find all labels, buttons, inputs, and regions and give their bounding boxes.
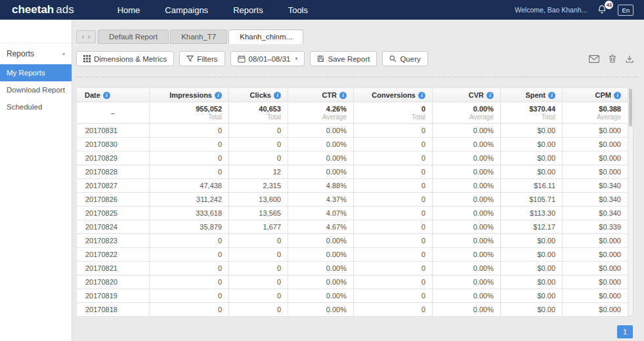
table-scrollbar-thumb[interactable] (629, 89, 632, 127)
totals-sublabel: Total (229, 113, 281, 121)
info-icon[interactable]: i (215, 92, 222, 99)
tab-scroll-right-icon[interactable]: › (88, 32, 91, 41)
sidebar-item-download-report[interactable]: Download Report (0, 81, 72, 98)
table-cell: 333,618 (150, 207, 229, 220)
column-header-impressions[interactable]: Impressionsi (150, 88, 229, 102)
toolbar-divider (76, 77, 637, 77)
save-icon (317, 55, 324, 62)
table-cell: 20170830 (77, 138, 150, 151)
chevron-down-icon: ▾ (295, 56, 297, 62)
table-cell: 0 (150, 234, 229, 248)
tab-scroll-arrows[interactable]: ‹ › (76, 30, 96, 43)
info-icon[interactable]: i (548, 92, 555, 99)
table-cell: 0.00% (288, 248, 354, 262)
info-icon[interactable]: i (418, 92, 425, 99)
column-header-cpm[interactable]: CPMi (563, 88, 628, 102)
table-row: 20170818000.00%00.00%$0.00$0.000 (77, 303, 628, 317)
language-button[interactable]: En (618, 5, 633, 16)
table-cell: $0.340 (563, 193, 628, 207)
info-icon[interactable]: i (614, 92, 621, 99)
table-row: 20170831000.00%00.00%$0.00$0.000 (77, 124, 628, 138)
report-table-wrap: DateiImpressionsiClicksiCTRiConversionsi… (76, 87, 628, 317)
table-cell: $0.000 (563, 234, 628, 248)
column-header-cvr[interactable]: CVRi (433, 88, 501, 102)
totals-sublabel: Average (563, 113, 621, 121)
table-cell: 20170825 (77, 207, 150, 220)
table-cell: $0.00 (501, 248, 563, 262)
info-icon[interactable]: i (486, 92, 494, 99)
filter-icon (186, 55, 194, 62)
brand-logo[interactable]: cheetahads (12, 3, 74, 16)
column-header-clicks[interactable]: Clicksi (229, 88, 288, 102)
table-cell: 4.07% (288, 207, 354, 220)
table-cell: 0.00% (433, 165, 501, 179)
sidebar-section-reports[interactable]: Reports ▾ (0, 43, 72, 64)
date-range-label: 08/01–08/31 (249, 55, 291, 63)
table-cell: 0 (354, 234, 433, 248)
table-row: 20170826311,24213,6004.37%00.00%$105.71$… (77, 193, 628, 207)
table-cell: $16.11 (501, 179, 563, 193)
brand-bold: cheetah (12, 3, 54, 16)
envelope-icon (589, 55, 599, 63)
table-cell: 0 (229, 262, 288, 275)
table-cell: 0.00% (433, 248, 501, 262)
notifications-button[interactable]: 43 (597, 4, 608, 16)
table-cell: $12.17 (501, 220, 563, 234)
table-cell: 0 (229, 151, 288, 165)
toolbar-right (589, 54, 633, 63)
tab-scroll-left-icon[interactable]: ‹ (82, 32, 85, 41)
table-cell: 0.00% (433, 234, 501, 248)
sidebar-item-scheduled[interactable]: Scheduled (0, 98, 72, 115)
tab-khanh-chinm[interactable]: Khanh_chinm... (228, 30, 303, 44)
toolbar: Dimensions & Metrics Filters 08/01–08/31… (76, 51, 639, 66)
table-row: 2017082435,8791,6774.67%00.00%$12.17$0.3… (77, 220, 628, 234)
table-cell: $0.00 (501, 124, 563, 138)
report-tabs: Default ReportKhanh_T7Khanh_chinm... (98, 30, 305, 44)
table-cell: 0.00% (433, 207, 501, 220)
table-cell: 20170826 (77, 193, 150, 207)
info-icon[interactable]: i (274, 92, 281, 99)
info-icon[interactable]: i (103, 92, 110, 99)
table-cell: 0.00% (288, 262, 354, 275)
date-range-button[interactable]: 08/01–08/31 ▾ (230, 51, 305, 66)
filters-button[interactable]: Filters (179, 51, 225, 66)
download-report-button[interactable] (626, 55, 633, 63)
query-button[interactable]: Query (382, 51, 427, 66)
table-cell: 20170819 (77, 289, 150, 303)
table-cell: 0 (354, 138, 433, 151)
table-cell: $0.00 (501, 165, 563, 179)
chevron-down-icon: ▾ (62, 51, 65, 57)
table-row: 2017082747,4382,3154.88%00.00%$16.11$0.3… (77, 179, 628, 193)
table-cell: $0.000 (563, 262, 628, 275)
column-header-ctr[interactable]: CTRi (288, 88, 354, 102)
table-scrollbar[interactable] (628, 87, 633, 316)
save-report-button[interactable]: Save Report (310, 51, 377, 66)
table-cell: 0 (354, 207, 433, 220)
table-cell: 0 (354, 262, 433, 275)
nav-item-home[interactable]: Home (118, 5, 140, 15)
nav-item-tools[interactable]: Tools (288, 5, 308, 15)
info-icon[interactable]: i (339, 92, 347, 99)
tab-default-report[interactable]: Default Report (98, 30, 169, 44)
nav-item-reports[interactable]: Reports (233, 5, 263, 15)
table-cell: 1,677 (229, 220, 288, 234)
delete-report-button[interactable] (609, 54, 616, 63)
table-cell: 20170823 (77, 234, 150, 248)
email-report-button[interactable] (589, 55, 599, 63)
table-cell: 13,565 (229, 207, 288, 220)
table-cell: 0 (354, 289, 433, 303)
filters-label: Filters (197, 55, 217, 63)
column-header-conversions[interactable]: Conversionsi (354, 88, 433, 102)
nav-item-campaigns[interactable]: Campaigns (165, 5, 208, 15)
table-cell: 0.00% (433, 303, 501, 317)
tab-khanh-t7[interactable]: Khanh_T7 (170, 30, 227, 44)
download-icon (626, 55, 633, 63)
pagination-page-button[interactable]: 1 (617, 325, 633, 338)
dimensions-metrics-button[interactable]: Dimensions & Metrics (76, 51, 174, 66)
sidebar-item-my-reports[interactable]: My Reports (0, 64, 72, 81)
table-cell: 0.00% (433, 138, 501, 151)
table-cell: 4.88% (288, 179, 354, 193)
sidebar: Reports ▾ My ReportsDownload ReportSched… (0, 20, 72, 341)
column-header-date[interactable]: Datei (77, 88, 150, 102)
column-header-spent[interactable]: Spenti (501, 88, 563, 102)
